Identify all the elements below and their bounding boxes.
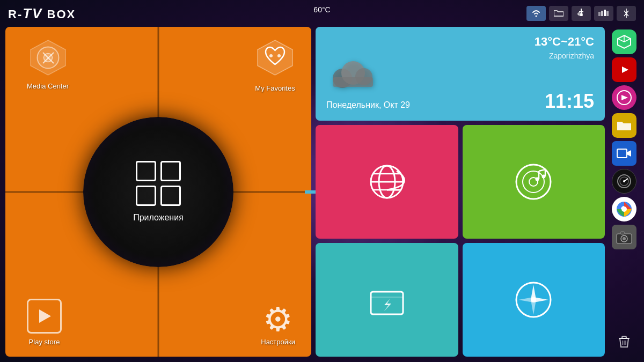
settings-gear-icon: ⚙ [263,303,293,336]
svg-marker-48 [627,150,631,157]
weather-cloud-icon [326,54,380,94]
svg-rect-5 [598,12,601,16]
weather-date: Понедельник, Окт 29 [326,100,410,110]
svg-rect-6 [601,11,603,16]
logo: R-TV BOX [8,5,76,22]
svg-line-43 [624,39,631,42]
svg-rect-21 [333,77,373,87]
svg-point-32 [542,175,546,179]
my-favorites-button[interactable]: My Favorites [255,38,295,92]
media-center-button[interactable]: Media Center [27,38,69,90]
weather-temp: 13°C~21°C [326,35,594,49]
svg-point-52 [623,180,625,182]
3d-box-app-button[interactable] [612,29,636,54]
recycle-bin-button[interactable] [612,329,636,354]
wifi-icon[interactable] [526,6,546,21]
svg-point-29 [523,171,544,193]
right-panel: 13°C~21°C Zaporizhzhya Понедельник, Окт … [316,27,605,357]
svg-rect-7 [604,10,606,16]
connector-line [305,190,316,194]
settings-button[interactable]: ⚙ Настройки [261,303,295,346]
grid-sq-1 [136,161,156,181]
svg-marker-17 [39,309,51,323]
grid-sq-4 [160,186,181,206]
svg-point-15 [269,54,273,57]
app-tiles-grid [316,125,605,357]
bluetooth-icon[interactable] [617,6,636,21]
compass-browser-tile[interactable] [463,243,605,357]
svg-rect-59 [620,232,625,234]
media-app-button[interactable] [612,85,636,110]
network-icon[interactable] [594,6,613,21]
left-panel: Media Center My Favorites Play store [5,27,311,357]
media-center-label: Media Center [27,82,69,90]
my-favorites-label: My Favorites [255,84,295,92]
svg-point-55 [621,206,627,212]
folder-icon[interactable] [549,6,568,21]
play-store-label: Play store [29,338,60,346]
grid-sq-3 [136,186,156,206]
camera-app-button[interactable] [612,225,636,249]
apps-button[interactable]: Приложения [83,117,233,267]
apps-label: Приложения [133,213,184,223]
svg-point-0 [536,16,537,17]
status-icons-bar [526,6,636,21]
main-content: Media Center My Favorites Play store [5,27,639,357]
file-manager-tile[interactable] [316,243,458,357]
svg-rect-8 [606,11,609,16]
apps-grid-icon [136,161,181,206]
settings-label: Настройки [261,338,295,346]
files-app-button[interactable] [612,113,636,138]
speed-app-button[interactable] [612,169,636,194]
usb-icon[interactable] [572,6,591,21]
play-icon [27,299,62,334]
svg-rect-61 [622,336,626,338]
weather-widget[interactable]: 13°C~21°C Zaporizhzhya Понедельник, Окт … [316,27,605,121]
youtube-app-button[interactable] [612,57,636,82]
svg-point-58 [623,237,626,240]
svg-rect-47 [617,149,627,158]
svg-point-31 [536,178,539,181]
internet-explorer-tile[interactable] [316,125,458,239]
play-store-button[interactable]: Play store [27,299,62,346]
header: R-TV BOX 60°C [0,0,644,27]
temperature-display: 60°C [313,5,330,14]
weather-bottom: Понедельник, Окт 29 11:15 [316,90,605,113]
svg-point-16 [277,54,281,57]
sidebar-right [609,27,639,357]
chrome-app-button[interactable] [612,197,636,221]
weather-time: 11:15 [545,90,594,113]
grid-sq-2 [160,161,181,181]
svg-line-42 [618,39,624,42]
video-app-button[interactable] [612,141,636,166]
music-disc-tile[interactable] [463,125,605,239]
